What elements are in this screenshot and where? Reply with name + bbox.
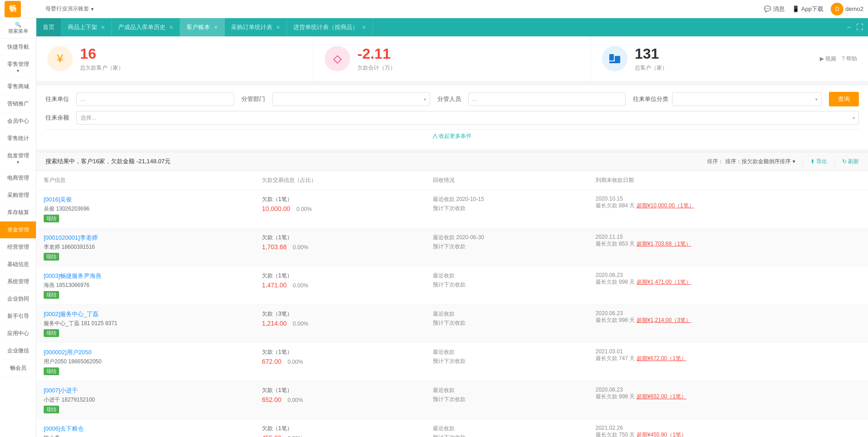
help-helper-btn[interactable]: ? 帮助 (842, 55, 857, 63)
debt-amount[interactable]: 1,471.00 (262, 281, 287, 289)
customer-name-link[interactable]: [0003]畅捷服务尹海燕 (44, 272, 247, 280)
overdue-amount-link[interactable]: 超期¥1,703.68（1笔） (637, 241, 691, 247)
tab-home[interactable]: 首页 (36, 18, 61, 36)
sidebar-item-finance[interactable]: 资金管理 (0, 221, 36, 239)
tab-close-purchase-order[interactable]: ✕ (276, 25, 280, 30)
results-debt-total: 欠款金额 -21,148.07元 (111, 158, 171, 165)
sidebar-item-quick-nav[interactable]: 快捷导航 (0, 39, 36, 56)
tab-products-off[interactable]: 商品上下架 ✕ (61, 18, 112, 36)
filter-label-balance: 往来余额 (45, 114, 73, 122)
video-helper-btn[interactable]: ▶ 视频 (820, 55, 836, 63)
tab-close-import-stats[interactable]: ✕ (362, 25, 366, 30)
sidebar-item-retail-mall[interactable]: 零售商城 (0, 78, 36, 95)
tab-close-product-history[interactable]: ✕ (169, 25, 173, 30)
customer-name-link[interactable]: [0006]去下粮仓 (44, 425, 247, 433)
recent-payment: 最近收款 2020-06-30 (433, 234, 581, 241)
sidebar-item-ecommerce[interactable]: 电商管理 (0, 170, 36, 187)
debt-amount[interactable]: 672.00 (262, 358, 281, 365)
td-debt-info: 欠款（1笔） 10,000.00 0.00% (255, 190, 426, 228)
sidebar-item-member[interactable]: 会员中心 (0, 113, 36, 130)
filter-input-unit-category[interactable]: ▾ (672, 92, 822, 106)
user-profile[interactable]: D demo2 (831, 3, 863, 15)
tab-product-history[interactable]: 产成品入库单历史 ✕ (112, 18, 180, 36)
tab-customer-account[interactable]: 客户账本 ✕ (180, 18, 225, 36)
table-row: [000002]用户2050 用户2050 18665062050 现结 欠款（… (36, 343, 868, 381)
help-icon: ? (842, 55, 845, 62)
message-btn[interactable]: 💬 消息 (764, 5, 785, 13)
overdue-days: 最长欠款 884 天 超期¥10,000.00（1笔） (596, 202, 861, 210)
debt-percent: 0.00% (293, 282, 308, 289)
query-button[interactable]: 查询 (829, 92, 859, 106)
overdue-amount-link[interactable]: 超期¥672.00（1笔） (637, 355, 687, 362)
td-customer-info: [0002]服务中心_丁磊 服务中心_丁磊 181 0125 8371 现结 (36, 305, 255, 343)
debt-amount[interactable]: 1,214.00 (262, 320, 287, 327)
overdue-days: 最长欠款 998 天 超期¥652.00（1笔） (596, 393, 861, 401)
filter-input-dept[interactable]: ▾ (272, 92, 430, 106)
export-btn[interactable]: ⬆ 导出 (810, 158, 827, 166)
overdue-amount-link[interactable]: 超期¥455.90（1笔） (637, 432, 687, 437)
stat-icon-customers (602, 46, 627, 71)
customer-name-link[interactable]: [0007]小进千 (44, 387, 247, 395)
overdue-amount-link[interactable]: 超期¥1,214.00（3笔） (637, 317, 691, 323)
sidebar-item-operations[interactable]: 经营管理 (0, 239, 36, 256)
sidebar-item-enterprise-wx[interactable]: 企业微信 (0, 342, 36, 360)
sidebar-item-batch-mgmt[interactable]: 批发管理 ▾ (0, 147, 36, 170)
tab-maximize-btn[interactable]: ⛶ (856, 23, 863, 31)
overdue-amount-link[interactable]: 超期¥652.00（1笔） (637, 393, 687, 400)
industry-selector[interactable]: 母婴行业演示账套 ▾ (45, 5, 94, 13)
tab-close-products-off[interactable]: ✕ (101, 25, 105, 30)
sidebar-item-system[interactable]: 系统管理 (0, 273, 36, 291)
overdue-days: 最长欠款 998 天 超期¥1,214.00（3笔） (596, 316, 861, 324)
sidebar-item-retail-stats[interactable]: 零售统计 (0, 130, 36, 147)
overdue-amount-link[interactable]: 超期¥10,000.00（1笔） (637, 202, 694, 209)
debt-amount[interactable]: 10,000.00 (262, 205, 290, 212)
stat-value-debt: -2.11 (357, 45, 396, 62)
filter-person: 分管人员 ... (437, 92, 626, 106)
debt-amount[interactable]: 1,703.68 (262, 243, 287, 251)
app-download-btn[interactable]: 📱 App下载 (792, 5, 823, 13)
table-row: [0003]畅捷服务尹海燕 海燕 18513066976 现结 欠款（1笔） 1… (36, 266, 868, 305)
sidebar-item-app-center[interactable]: 应用中心 (0, 325, 36, 342)
td-customer-info: [0006]去下粮仓 陈小希 现结 (36, 419, 255, 437)
due-date: 2020.10.15 (596, 196, 861, 202)
tab-close-customer-account[interactable]: ✕ (214, 25, 218, 30)
td-due-date: 2020.06.23 最长欠款 998 天 超期¥1,471.00（1笔） (588, 266, 868, 305)
refresh-btn[interactable]: ↻ 刷新 (842, 158, 859, 166)
sidebar-item-vip-member[interactable]: 畅会员 (0, 360, 36, 377)
sidebar-item-retail-mgmt[interactable]: 零售管理 ▾ (0, 56, 36, 78)
collapse-more-btn[interactable]: ⋀ 收起更多条件 (45, 129, 859, 143)
filter-input-from-unit[interactable]: ... (76, 92, 234, 106)
td-customer-info: [0007]小进千 小进千 18279152100 现结 (36, 381, 255, 419)
tab-purchase-order[interactable]: 采购订单统计表 ✕ (225, 18, 287, 36)
overdue-amount-link[interactable]: 超期¥1,471.00（1笔） (637, 279, 691, 285)
tab-minimize-btn[interactable]: － (845, 23, 853, 32)
overdue-days: 最长欠款 998 天 超期¥1,471.00（1笔） (596, 278, 861, 286)
sidebar-item-basic-info[interactable]: 基础信息 (0, 256, 36, 273)
stat-value-customers: 131 (635, 45, 667, 62)
filter-input-person[interactable]: ... (468, 92, 626, 106)
customer-name-link[interactable]: [0001020001]李老师 (44, 234, 247, 242)
tab-purchase-order-label: 采购订单统计表 (231, 23, 272, 31)
svg-rect-0 (609, 54, 614, 60)
customer-name-link[interactable]: [0016]吴俊 (44, 196, 247, 204)
sidebar-item-purchase[interactable]: 采购管理 (0, 187, 36, 204)
due-date: 2020.06.23 (596, 272, 861, 278)
debt-amount[interactable]: 455.90 (262, 434, 281, 437)
sort-dropdown[interactable]: 排序：按欠款金额倒序排序 ▾ (725, 158, 795, 166)
sidebar-item-inventory[interactable]: 库存核算 (0, 204, 36, 221)
debt-amount[interactable]: 652.00 (262, 396, 281, 403)
sidebar-item-newbie[interactable]: 新手引导 (0, 308, 36, 325)
sidebar-item-marketing[interactable]: 营销推广 (0, 95, 36, 113)
stat-icon-debtors: ¥ (47, 46, 73, 71)
filter-select-balance[interactable]: 选择... ▾ (76, 111, 859, 125)
td-due-date: 2020.06.23 最长欠款 998 天 超期¥1,214.00（3笔） (588, 305, 868, 343)
td-debt-info: 欠款（1笔） 1,703.68 0.00% (255, 228, 426, 266)
sidebar-item-search[interactable]: 🔍 搜索菜单 (0, 18, 36, 39)
customer-tag: 现结 (44, 291, 59, 299)
tab-import-stats-label: 进货单统计表（按商品） (293, 23, 358, 31)
customer-name-link[interactable]: [0002]服务中心_丁磊 (44, 310, 247, 318)
tab-bar-actions: － ⛶ (845, 23, 868, 32)
sidebar-item-enterprise-collab[interactable]: 企业协同 (0, 291, 36, 308)
customer-name-link[interactable]: [000002]用户2050 (44, 348, 247, 357)
tab-import-stats[interactable]: 进货单统计表（按商品） ✕ (287, 18, 373, 36)
